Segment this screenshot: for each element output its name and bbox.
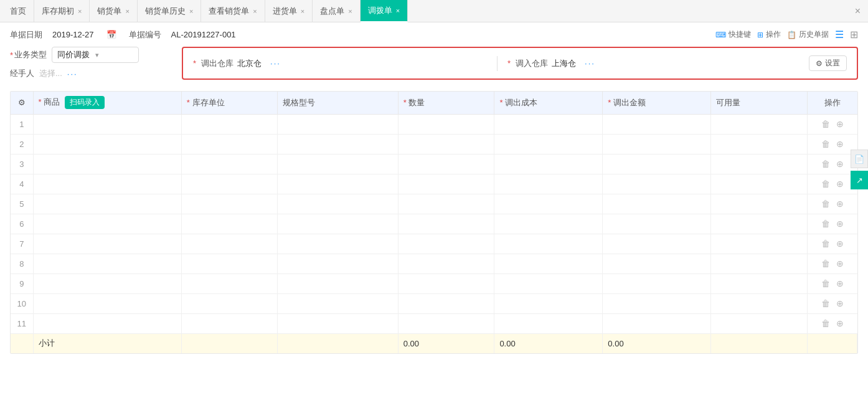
row-3-delete-icon[interactable]: 🗑 bbox=[821, 159, 830, 169]
tab-purchase[interactable]: 进货单 × bbox=[265, 0, 313, 22]
row-8-copy-icon[interactable]: ⊕ bbox=[836, 259, 844, 269]
row-4-delete-icon[interactable]: 🗑 bbox=[821, 179, 830, 189]
manager-select[interactable]: 选择... bbox=[39, 68, 62, 79]
row-3-product[interactable] bbox=[33, 154, 181, 174]
right-panel-expand-btn[interactable]: ↗ bbox=[851, 171, 868, 189]
row-1-copy-icon[interactable]: ⊕ bbox=[836, 119, 844, 129]
tab-sales-history[interactable]: 销货单历史 × bbox=[138, 0, 201, 22]
row-9-delete-icon[interactable]: 🗑 bbox=[821, 278, 830, 288]
row-2-delete-icon[interactable]: 🗑 bbox=[821, 139, 830, 149]
dropdown-arrow-icon: ▾ bbox=[95, 51, 133, 59]
row-4-product[interactable] bbox=[33, 174, 181, 194]
tab-transfer[interactable]: 调拨单 × bbox=[361, 0, 408, 22]
row-9-amount bbox=[603, 274, 711, 293]
layout1-btn[interactable]: ☰ bbox=[835, 29, 844, 40]
table-row: 6 🗑 ⊕ bbox=[11, 214, 857, 234]
row-10-copy-icon[interactable]: ⊕ bbox=[836, 298, 844, 308]
row-6-delete-icon[interactable]: 🗑 bbox=[821, 219, 830, 229]
toolbar-row: 单据日期 2019-12-27 📅 单据编号 AL-20191227-001 ⌨… bbox=[10, 29, 858, 40]
row-11-product[interactable] bbox=[33, 313, 181, 333]
doc-no-value: AL-20191227-001 bbox=[171, 30, 236, 39]
row-1-delete-icon[interactable]: 🗑 bbox=[821, 119, 830, 129]
history-btn[interactable]: 📋 历史单据 bbox=[787, 29, 829, 40]
warehouse-out-label: 调出仓库 bbox=[201, 58, 234, 69]
table-body: 1 🗑 ⊕ 2 🗑 ⊕ 3 bbox=[11, 114, 857, 333]
settings-button[interactable]: ⚙ 设置 bbox=[809, 55, 847, 71]
warehouse-in-more-icon[interactable]: ··· bbox=[585, 59, 595, 68]
row-6-product[interactable] bbox=[33, 214, 181, 234]
row-2-copy-icon[interactable]: ⊕ bbox=[836, 139, 844, 149]
row-8-qty bbox=[398, 254, 494, 274]
row-2-product[interactable] bbox=[33, 134, 181, 154]
operation-btn[interactable]: ⊞ 操作 bbox=[757, 29, 781, 40]
tab-close-opening[interactable]: × bbox=[78, 7, 82, 15]
row-11-copy-icon[interactable]: ⊕ bbox=[836, 318, 844, 328]
row-10-actions: 🗑 ⊕ bbox=[808, 293, 857, 313]
row-5-amount bbox=[603, 194, 711, 214]
tab-view-sales[interactable]: 查看销货单 × bbox=[201, 0, 265, 22]
row-5-copy-icon[interactable]: ⊕ bbox=[836, 199, 844, 209]
manager-more-icon[interactable]: ··· bbox=[67, 69, 78, 79]
tab-sales[interactable]: 销货单 × bbox=[90, 0, 137, 22]
col-header-gear[interactable]: ⚙ bbox=[11, 92, 33, 114]
row-5-delete-icon[interactable]: 🗑 bbox=[821, 199, 830, 209]
table-row: 8 🗑 ⊕ bbox=[11, 254, 857, 274]
manager-row: 经手人 选择... ··· bbox=[10, 68, 172, 79]
row-11-delete-icon[interactable]: 🗑 bbox=[821, 318, 830, 328]
row-8-product[interactable] bbox=[33, 254, 181, 274]
tab-close-stocktake[interactable]: × bbox=[348, 7, 352, 15]
row-2-qty bbox=[398, 134, 494, 154]
row-10-unit bbox=[181, 293, 278, 313]
shortcut-btn[interactable]: ⌨ 快捷键 bbox=[715, 29, 751, 40]
tab-close-view-sales[interactable]: × bbox=[253, 7, 257, 15]
table-row: 2 🗑 ⊕ bbox=[11, 134, 857, 154]
right-panel-doc-btn[interactable]: 📄 bbox=[851, 150, 868, 168]
row-4-qty bbox=[398, 174, 494, 194]
row-3-copy-icon[interactable]: ⊕ bbox=[836, 159, 844, 169]
scan-entry-button[interactable]: 扫码录入 bbox=[65, 96, 105, 109]
row-8-delete-icon[interactable]: 🗑 bbox=[821, 259, 830, 269]
row-7-product[interactable] bbox=[33, 234, 181, 254]
row-11-qty bbox=[398, 313, 494, 333]
tab-close-sales[interactable]: × bbox=[125, 7, 129, 15]
row-10-product[interactable] bbox=[33, 293, 181, 313]
transfer-table: ⚙ * 商品 扫码录入 * 库存单位 规格型号 * bbox=[11, 92, 857, 353]
row-6-copy-icon[interactable]: ⊕ bbox=[836, 219, 844, 229]
row-3-actions: 🗑 ⊕ bbox=[808, 154, 857, 174]
table-row: 4 🗑 ⊕ bbox=[11, 174, 857, 194]
tab-close-purchase[interactable]: × bbox=[301, 7, 304, 15]
table-header-row: ⚙ * 商品 扫码录入 * 库存单位 规格型号 * bbox=[11, 92, 857, 114]
row-7-delete-icon[interactable]: 🗑 bbox=[821, 239, 830, 249]
row-3-qty bbox=[398, 154, 494, 174]
row-num-11: 11 bbox=[11, 313, 33, 333]
gear-icon: ⚙ bbox=[816, 59, 823, 68]
row-7-avail bbox=[711, 234, 808, 254]
row-num-1: 1 bbox=[11, 114, 33, 134]
row-9-copy-icon[interactable]: ⊕ bbox=[836, 278, 844, 288]
row-num-3: 3 bbox=[11, 154, 33, 174]
table-row: 7 🗑 ⊕ bbox=[11, 234, 857, 254]
warehouse-out-more-icon[interactable]: ··· bbox=[270, 59, 281, 68]
layout2-btn[interactable]: ⊞ bbox=[850, 29, 858, 40]
row-1-product[interactable] bbox=[33, 114, 181, 134]
row-9-avail bbox=[711, 274, 808, 293]
row-8-unit bbox=[181, 254, 278, 274]
tab-home[interactable]: 首页 bbox=[2, 0, 34, 22]
row-2-amount bbox=[603, 134, 711, 154]
row-4-copy-icon[interactable]: ⊕ bbox=[836, 179, 844, 189]
tab-opening[interactable]: 库存期初 × bbox=[34, 0, 90, 22]
business-type-select[interactable]: 同价调拨 ▾ bbox=[52, 47, 139, 63]
tab-close-sales-history[interactable]: × bbox=[189, 7, 193, 15]
row-10-spec bbox=[278, 293, 398, 313]
calendar-icon[interactable]: 📅 bbox=[106, 30, 116, 39]
row-6-spec bbox=[278, 214, 398, 234]
row-9-product[interactable] bbox=[33, 274, 181, 293]
tab-close-transfer[interactable]: × bbox=[396, 7, 400, 14]
row-8-actions: 🗑 ⊕ bbox=[808, 254, 857, 274]
row-10-delete-icon[interactable]: 🗑 bbox=[821, 298, 830, 308]
row-2-unit bbox=[181, 134, 278, 154]
row-7-copy-icon[interactable]: ⊕ bbox=[836, 239, 844, 249]
tab-stocktake[interactable]: 盘点单 × bbox=[313, 0, 360, 22]
window-close-button[interactable]: × bbox=[855, 6, 866, 17]
row-5-product[interactable] bbox=[33, 194, 181, 214]
